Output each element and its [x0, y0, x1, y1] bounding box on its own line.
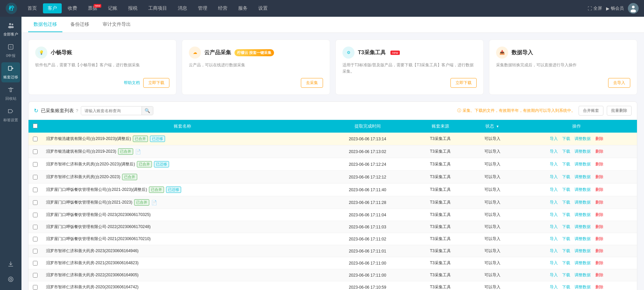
action-download[interactable]: 下载: [562, 162, 570, 166]
row-checkbox[interactable]: [33, 162, 38, 167]
action-import[interactable]: 导入: [550, 261, 558, 265]
action-import[interactable]: 导入: [550, 200, 558, 205]
merge-accounts-btn[interactable]: 合并账套: [579, 106, 603, 116]
action-delete[interactable]: 删除: [595, 162, 603, 166]
action-download[interactable]: 下载: [562, 149, 570, 154]
member-btn[interactable]: ▶ 畅会员: [606, 5, 624, 11]
tab-backup[interactable]: 备份迁移: [65, 17, 95, 32]
action-import[interactable]: 导入: [550, 136, 558, 141]
sidebar-item-recycle[interactable]: 回收站: [1, 84, 20, 104]
action-adjust-data[interactable]: 调整数据: [575, 174, 591, 179]
sidebar-item-label-settings[interactable]: 标签设置: [1, 105, 20, 125]
action-adjust-data[interactable]: 调整数据: [575, 261, 591, 265]
app-logo[interactable]: 柠: [5, 2, 17, 14]
sidebar-item-zero-declare[interactable]: 0 0申报: [1, 41, 20, 61]
action-delete[interactable]: 删除: [595, 149, 603, 154]
action-import[interactable]: 导入: [550, 174, 558, 179]
row-checkbox[interactable]: [33, 149, 38, 154]
action-adjust-data[interactable]: 调整数据: [575, 136, 591, 141]
sidebar-item-download[interactable]: [1, 258, 20, 271]
nav-item-business[interactable]: 工商项目: [144, 3, 172, 13]
row-checkbox[interactable]: [33, 137, 38, 141]
tab-audit-export[interactable]: 审计文件导出: [97, 17, 136, 32]
row-checkbox[interactable]: [33, 200, 38, 205]
xiaochangdaozhang-download-btn[interactable]: 立即下载: [143, 78, 169, 88]
action-adjust-data[interactable]: 调整数据: [575, 149, 591, 154]
action-delete[interactable]: 删除: [595, 285, 603, 289]
action-adjust-data[interactable]: 调整数据: [575, 248, 591, 253]
search-input[interactable]: [81, 107, 142, 115]
row-checkbox[interactable]: [33, 213, 38, 217]
action-adjust-data[interactable]: 调整数据: [575, 236, 591, 241]
nav-item-home[interactable]: 首页: [23, 3, 42, 13]
nav-item-message[interactable]: 消息: [173, 3, 192, 13]
row-checkbox[interactable]: [33, 175, 38, 179]
action-adjust-data[interactable]: 调整数据: [575, 162, 591, 166]
action-import[interactable]: 导入: [550, 273, 558, 277]
action-download[interactable]: 下载: [562, 248, 570, 253]
row-checkbox[interactable]: [33, 285, 38, 290]
t3tool-download-btn[interactable]: 立即下载: [450, 78, 477, 88]
action-import[interactable]: 导入: [550, 248, 558, 253]
action-delete[interactable]: 删除: [595, 174, 603, 179]
action-adjust-data[interactable]: 调整数据: [575, 273, 591, 277]
action-delete[interactable]: 删除: [595, 200, 603, 205]
action-delete[interactable]: 删除: [595, 236, 603, 241]
row-checkbox[interactable]: [33, 273, 38, 278]
action-download[interactable]: 下载: [562, 212, 570, 217]
action-import[interactable]: 导入: [550, 149, 558, 154]
nav-item-operation[interactable]: 经营: [213, 3, 232, 13]
refresh-icon[interactable]: ↻: [34, 107, 38, 114]
row-checkbox[interactable]: [33, 237, 38, 241]
xiaochangdaozhang-help-link[interactable]: 帮助文档: [124, 80, 140, 86]
cloudproduct-collect-btn[interactable]: 去采集: [301, 78, 323, 88]
user-avatar[interactable]: [628, 3, 639, 14]
action-delete[interactable]: 删除: [595, 224, 603, 229]
action-download[interactable]: 下载: [562, 261, 570, 265]
action-import[interactable]: 导入: [550, 162, 558, 166]
action-import[interactable]: 导入: [550, 224, 558, 229]
nav-item-invoice[interactable]: 票据: [83, 3, 102, 13]
sidebar-item-all-customers[interactable]: 全部客户: [1, 19, 20, 40]
nav-item-service[interactable]: 服务: [233, 3, 252, 13]
row-checkbox[interactable]: [33, 188, 38, 192]
action-download[interactable]: 下载: [562, 236, 570, 241]
nav-item-fee[interactable]: 收费: [63, 3, 82, 13]
row-checkbox[interactable]: [33, 225, 38, 229]
batch-delete-btn[interactable]: 批量删除: [607, 106, 632, 116]
action-download[interactable]: 下载: [562, 174, 570, 179]
action-download[interactable]: 下载: [562, 136, 570, 141]
row-checkbox[interactable]: [33, 261, 38, 266]
row-checkbox[interactable]: [33, 249, 38, 253]
help-icon[interactable]: ?: [76, 108, 78, 113]
action-delete[interactable]: 删除: [595, 261, 603, 265]
action-adjust-data[interactable]: 调整数据: [575, 224, 591, 229]
select-all-checkbox[interactable]: [33, 124, 38, 128]
action-download[interactable]: 下载: [562, 187, 570, 192]
action-delete[interactable]: 删除: [595, 248, 603, 253]
search-button[interactable]: 🔍: [142, 106, 153, 115]
file-icon[interactable]: 📄: [135, 149, 141, 154]
action-delete[interactable]: 删除: [595, 273, 603, 277]
action-import[interactable]: 导入: [550, 285, 558, 289]
nav-item-manage[interactable]: 管理: [193, 3, 212, 13]
fullscreen-btn[interactable]: ⛶ 全屏: [588, 5, 602, 11]
dataimport-btn[interactable]: 去导入: [608, 78, 630, 88]
action-download[interactable]: 下载: [562, 200, 570, 205]
action-import[interactable]: 导入: [550, 212, 558, 217]
action-adjust-data[interactable]: 调整数据: [575, 187, 591, 192]
action-adjust-data[interactable]: 调整数据: [575, 200, 591, 205]
action-download[interactable]: 下载: [562, 273, 570, 277]
action-download[interactable]: 下载: [562, 224, 570, 229]
action-adjust-data[interactable]: 调整数据: [575, 212, 591, 217]
nav-item-customer[interactable]: 客户: [43, 3, 62, 13]
action-delete[interactable]: 删除: [595, 136, 603, 141]
file-icon[interactable]: 📄: [151, 200, 157, 205]
action-adjust-data[interactable]: 调整数据: [575, 285, 591, 289]
action-import[interactable]: 导入: [550, 236, 558, 241]
nav-item-tax[interactable]: 报税: [123, 3, 142, 13]
action-delete[interactable]: 删除: [595, 187, 603, 192]
nav-item-settings[interactable]: 设置: [254, 3, 272, 13]
action-download[interactable]: 下载: [562, 285, 570, 289]
nav-item-accounting[interactable]: 记账: [103, 3, 122, 13]
